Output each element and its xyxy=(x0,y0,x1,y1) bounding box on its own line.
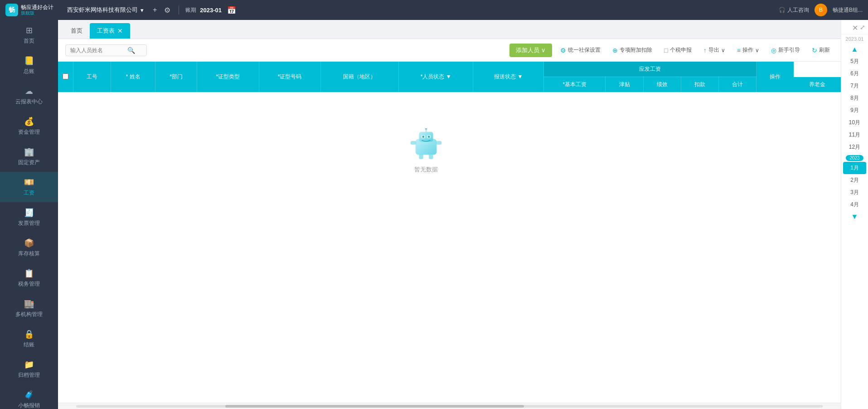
svg-rect-1 xyxy=(419,132,433,142)
timeline-month-3[interactable]: 3月 xyxy=(841,186,868,199)
logo-area: 畅 畅应通好会计 旗舰版 xyxy=(5,4,60,16)
scroll-thumb[interactable] xyxy=(225,405,524,408)
sidebar-item-label-cloud: 云报表中心 xyxy=(15,98,43,106)
add-company-button[interactable]: + xyxy=(151,4,159,16)
th-base-salary: *基本工资 xyxy=(544,77,606,93)
tab-close-button[interactable]: ✕ xyxy=(117,27,123,34)
sidebar-item-cloud-report[interactable]: ☁ 云报表中心 xyxy=(0,81,58,111)
svg-rect-8 xyxy=(419,154,423,159)
tab-home[interactable]: 首页 xyxy=(63,23,90,39)
sidebar-item-fund[interactable]: 💰 资金管理 xyxy=(0,111,58,141)
guide-label: 新手引导 xyxy=(778,46,800,54)
sidebar-item-inventory[interactable]: 📦 库存核算 xyxy=(0,233,58,263)
assets-icon: 🏢 xyxy=(24,147,34,157)
main-layout: ⊞ 首页 📒 总账 ☁ 云报表中心 💰 资金管理 🏢 固定资产 💴 工资 🧾 发… xyxy=(0,20,868,409)
svg-rect-11 xyxy=(436,141,441,145)
service-button[interactable]: 🎧 人工咨询 xyxy=(779,6,809,14)
ledger-icon: 📒 xyxy=(24,56,34,66)
search-input[interactable] xyxy=(70,47,125,54)
timeline-month-6[interactable]: 6月 xyxy=(841,68,868,80)
export-arrow-icon: ∨ xyxy=(721,47,725,54)
scroll-track xyxy=(76,405,823,408)
timeline-month-4[interactable]: 4月 xyxy=(841,199,868,211)
empty-state-icon xyxy=(408,128,444,160)
home-icon: ⊞ xyxy=(26,25,33,35)
th-allowance: 津贴 xyxy=(606,77,643,93)
timeline-month-10[interactable]: 10月 xyxy=(841,117,868,129)
company-selector[interactable]: 西安虾米网络科技有限公司 ▾ xyxy=(63,4,147,16)
sidebar-item-label-assets: 固定资产 xyxy=(18,159,40,166)
special-deduct-button[interactable]: ⊕ 专项附加扣除 xyxy=(609,44,656,56)
svg-point-5 xyxy=(428,136,430,138)
th-name: * 姓名 xyxy=(111,62,155,92)
top-bar: 畅 畅应通好会计 旗舰版 西安虾米网络科技有限公司 ▾ + ⚙ 账期 2023-… xyxy=(0,0,868,20)
sidebar-item-salary[interactable]: 💴 工资 xyxy=(0,172,58,202)
th-deduct: 扣款 xyxy=(681,77,718,93)
timeline-month-2[interactable]: 2月 xyxy=(841,174,868,186)
add-person-button[interactable]: 添加人员 ∨ xyxy=(509,44,552,57)
export-button[interactable]: ↑ 导出 ∨ xyxy=(700,44,729,56)
toolbar: 🔍 添加人员 ∨ ⚙ 统一社保设置 ⊕ 专项附加扣除 □ 个税申报 xyxy=(58,39,841,62)
timeline-down-arrow[interactable]: ▼ xyxy=(849,211,860,223)
settings-button[interactable]: ⚙ xyxy=(162,4,172,16)
toolbar-right: 添加人员 ∨ ⚙ 统一社保设置 ⊕ 专项附加扣除 □ 个税申报 ↑ 导出 xyxy=(509,44,834,57)
archive-icon: 📁 xyxy=(24,360,34,370)
sidebar-item-home[interactable]: ⊞ 首页 xyxy=(0,20,58,50)
tab-salary[interactable]: 工资表 ✕ xyxy=(90,23,130,39)
sidebar-item-invoice[interactable]: 🧾 发票管理 xyxy=(0,202,58,233)
calendar-icon[interactable]: 📅 xyxy=(225,4,238,16)
timeline-month-9[interactable]: 9月 xyxy=(841,104,868,117)
salary-table: 工号 * 姓名 *部门 *证型类型 *证型号码 国籍（地区） *人员状态 ▼ 报… xyxy=(58,62,841,210)
th-salary-group: 应发工资 xyxy=(544,62,756,77)
sidebar-item-tax[interactable]: 📋 税务管理 xyxy=(0,263,58,293)
th-operation: 操作 xyxy=(756,62,794,92)
search-wrap: 🔍 xyxy=(65,44,147,56)
sidebar-item-expenses[interactable]: 🧳 小畅报销 xyxy=(0,385,58,409)
social-insurance-icon: ⚙ xyxy=(560,47,566,54)
guide-button[interactable]: ◎ 新手引导 xyxy=(767,44,804,56)
app-version: 旗舰版 xyxy=(21,10,53,16)
inventory-icon: 📦 xyxy=(24,238,34,248)
social-insurance-button[interactable]: ⚙ 统一社保设置 xyxy=(557,44,604,56)
select-all-checkbox[interactable] xyxy=(63,73,68,79)
tax-icon: 📋 xyxy=(24,268,34,278)
timeline-month-7[interactable]: 7月 xyxy=(841,80,868,92)
th-emp-no: 工号 xyxy=(73,62,111,92)
special-deduct-icon: ⊕ xyxy=(612,47,618,54)
user-name[interactable]: 畅捷通B组... xyxy=(833,6,863,14)
timeline-up-arrow[interactable]: ▲ xyxy=(849,44,860,55)
divider xyxy=(179,5,179,15)
top-bar-right: 🎧 人工咨询 B 畅捷通B组... xyxy=(779,4,863,16)
panel-close-button[interactable]: ✕ xyxy=(852,24,858,32)
sidebar-item-label-invoice: 发票管理 xyxy=(18,219,40,227)
sidebar-item-label-home: 首页 xyxy=(24,37,34,45)
sidebar-item-label-fund: 资金管理 xyxy=(18,128,40,136)
personal-tax-button[interactable]: □ 个税申报 xyxy=(660,44,695,56)
panel-expand-button[interactable]: ⤢ xyxy=(860,24,865,32)
sidebar-item-closing[interactable]: 🔒 结账 xyxy=(0,324,58,354)
service-label: 人工咨询 xyxy=(787,6,809,14)
timeline-month-12[interactable]: 12月 xyxy=(841,141,868,153)
timeline-period-label: 2023.01 xyxy=(846,34,864,44)
sidebar: ⊞ 首页 📒 总账 ☁ 云报表中心 💰 资金管理 🏢 固定资产 💴 工资 🧾 发… xyxy=(0,20,58,409)
refresh-button[interactable]: ↻ 刷新 xyxy=(808,44,834,56)
personal-tax-label: 个税申报 xyxy=(670,46,692,54)
timeline-month-1[interactable]: 1月 xyxy=(843,162,866,174)
search-icon: 🔍 xyxy=(127,47,135,54)
logo-icon: 畅 xyxy=(5,4,18,16)
timeline-month-11[interactable]: 11月 xyxy=(841,129,868,141)
timeline-month-5[interactable]: 5月 xyxy=(841,55,868,68)
operate-label: 操作 xyxy=(742,46,753,54)
sidebar-item-ledger[interactable]: 📒 总账 xyxy=(0,50,58,81)
sidebar-item-label-tax: 税务管理 xyxy=(18,280,40,288)
operate-button[interactable]: ≡ 操作 ∨ xyxy=(733,44,763,56)
operate-icon: ≡ xyxy=(737,47,741,54)
sidebar-item-label-closing: 结账 xyxy=(24,341,34,349)
sidebar-item-fixed-assets[interactable]: 🏢 固定资产 xyxy=(0,141,58,172)
empty-row: 暂无数据 xyxy=(58,92,794,210)
timeline-month-8[interactable]: 8月 xyxy=(841,92,868,104)
th-nationality: 国籍（地区） xyxy=(320,62,398,92)
sidebar-item-archive[interactable]: 📁 归档管理 xyxy=(0,354,58,385)
sidebar-item-multi-org[interactable]: 🏬 多机构管理 xyxy=(0,293,58,324)
social-insurance-label: 统一社保设置 xyxy=(568,46,601,54)
